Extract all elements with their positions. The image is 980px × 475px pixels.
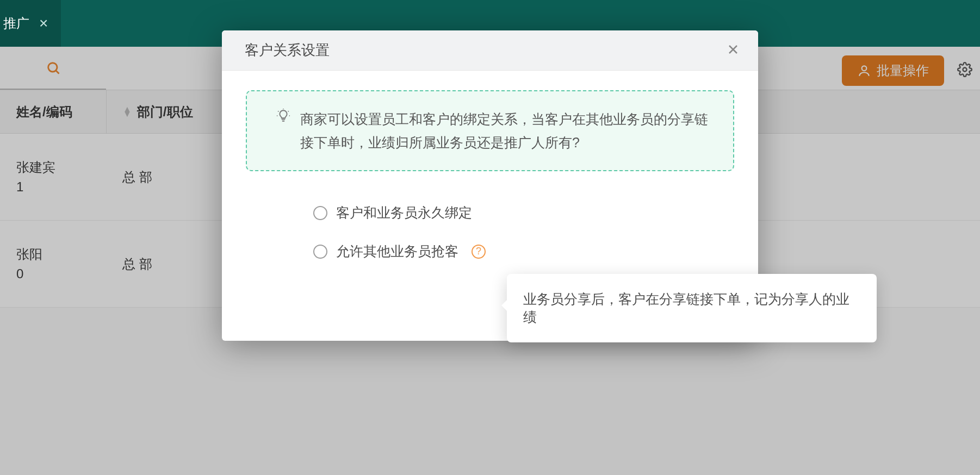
- svg-point-0: [48, 62, 57, 71]
- help-icon[interactable]: ?: [472, 245, 486, 259]
- cell-dept: 总 部: [106, 221, 226, 307]
- radio-unchecked-icon: [313, 206, 327, 220]
- search-input[interactable]: [0, 47, 106, 90]
- tab-label: 推广: [0, 15, 29, 32]
- modal-close-button[interactable]: [727, 43, 740, 58]
- tooltip-text: 业务员分享后，客户在分享链接下单，记为分享人的业绩: [523, 291, 849, 324]
- tip-box: 商家可以设置员工和客户的绑定关系，当客户在其他业务员的分享链接下单时，业绩归所属…: [246, 90, 734, 171]
- batch-label: 批量操作: [877, 62, 929, 79]
- radio-group: 客户和业务员永久绑定 允许其他业务员抢客 ?: [246, 204, 734, 260]
- close-icon[interactable]: ×: [39, 15, 48, 32]
- tip-text: 商家可以设置员工和客户的绑定关系，当客户在其他业务员的分享链接下单时，业绩归所属…: [300, 108, 709, 154]
- cell-dept: 总 部: [106, 134, 226, 220]
- modal-body: 商家可以设置员工和客户的绑定关系，当客户在其他业务员的分享链接下单时，业绩归所属…: [222, 71, 758, 260]
- column-header-name[interactable]: 姓名/编码: [0, 90, 106, 133]
- active-tab[interactable]: 推广 ×: [0, 0, 61, 47]
- svg-point-3: [963, 68, 967, 72]
- cell-name: 张阳 0: [0, 221, 106, 307]
- close-icon: [727, 43, 740, 56]
- svg-point-2: [862, 66, 867, 71]
- cell-name: 张建宾 1: [0, 134, 106, 220]
- modal-header: 客户关系设置: [222, 30, 758, 71]
- modal-title: 客户关系设置: [245, 41, 330, 60]
- svg-line-7: [278, 111, 278, 111]
- svg-line-8: [288, 111, 289, 111]
- help-tooltip: 业务员分享后，客户在分享链接下单，记为分享人的业绩: [507, 274, 877, 342]
- batch-operate-button[interactable]: 批量操作: [842, 55, 944, 86]
- radio-label: 允许其他业务员抢客: [336, 242, 458, 260]
- search-icon: [46, 60, 61, 76]
- column-header-dept[interactable]: ▲▼ 部门/职位: [106, 90, 226, 133]
- sort-icon[interactable]: ▲▼: [123, 107, 132, 117]
- lightbulb-icon: [276, 109, 290, 154]
- radio-permanent-bind[interactable]: 客户和业务员永久绑定: [313, 204, 734, 222]
- radio-unchecked-icon: [313, 245, 327, 259]
- gear-icon: [957, 62, 972, 77]
- settings-button[interactable]: [957, 62, 972, 79]
- radio-allow-steal[interactable]: 允许其他业务员抢客 ?: [313, 242, 734, 260]
- svg-line-1: [55, 70, 59, 73]
- user-icon: [857, 64, 871, 78]
- radio-label: 客户和业务员永久绑定: [336, 204, 472, 222]
